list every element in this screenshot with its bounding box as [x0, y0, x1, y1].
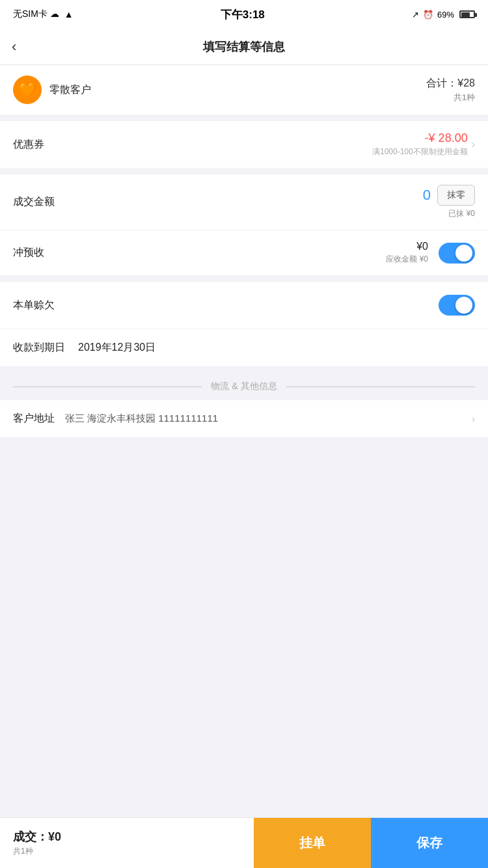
coupon-right: -¥ 28.00 满1000-100不限制使用金额 › — [372, 131, 475, 157]
address-chevron: › — [472, 413, 475, 425]
page-title: 填写结算等信息 — [203, 39, 285, 55]
debt-toggle-knob — [455, 297, 472, 314]
coupon-discount: -¥ 28.00 — [372, 131, 468, 145]
status-time: 下午3:18 — [221, 7, 265, 22]
alarm-icon: ⏰ — [423, 10, 433, 20]
nav-bar: ‹ 填写结算等信息 — [0, 29, 488, 65]
bottom-deal-amount: ¥0 — [48, 830, 61, 843]
transaction-amount[interactable]: 0 — [411, 187, 431, 204]
logistics-header: 物流 & 其他信息 — [0, 373, 488, 400]
bottom-info: 成交：¥0 共1种 — [0, 829, 254, 857]
bottom-deal-row: 成交：¥0 — [13, 829, 241, 845]
bottom-deal-label: 成交： — [13, 830, 48, 843]
precollect-toggle[interactable] — [439, 243, 475, 264]
customer-section: 🧡 零散客户 合计：¥28 共1种 — [0, 65, 488, 115]
battery-icon — [459, 10, 475, 18]
address-section[interactable]: 客户地址 张三 海淀永丰科技园 11111111111 › — [0, 400, 488, 437]
avatar-icon: 🧡 — [19, 81, 36, 98]
amount-row-right: 0 抹零 — [411, 185, 475, 206]
content: 🧡 零散客户 合计：¥28 共1种 优惠券 -¥ 28.00 满1000-100… — [0, 65, 488, 496]
coupon-desc: 满1000-100不限制使用金额 — [372, 146, 468, 157]
pending-button[interactable]: 挂单 — [254, 818, 371, 869]
status-left: 无SIM卡 ☁ ▲ — [13, 8, 74, 20]
precollect-amount: ¥0 — [386, 241, 428, 252]
divider-right — [286, 387, 475, 387]
wifi-icon: ▲ — [64, 9, 74, 20]
due-date-value: 2019年12月30日 — [78, 341, 156, 355]
coupon-section[interactable]: 优惠券 -¥ 28.00 满1000-100不限制使用金额 › — [0, 121, 488, 168]
due-date-row: 收款到期日 2019年12月30日 — [0, 329, 488, 366]
due-date-label: 收款到期日 — [13, 341, 65, 355]
total-amount: 合计：¥28 — [426, 77, 475, 90]
back-button[interactable]: ‹ — [12, 38, 16, 55]
status-right: ↗ ⏰ 69% — [412, 10, 475, 20]
toggle-knob — [455, 245, 472, 262]
already-rounded-text: 已抹 ¥0 — [448, 208, 475, 219]
no-sim-text: 无SIM卡 ☁ — [13, 8, 59, 20]
debt-label: 本单赊欠 — [13, 299, 55, 312]
bottom-bar: 成交：¥0 共1种 挂单 保存 — [0, 817, 488, 868]
transaction-right: 0 抹零 已抹 ¥0 — [411, 185, 475, 219]
precollect-amounts: ¥0 应收金额 ¥0 — [386, 241, 428, 265]
chevron-right-address-icon: › — [472, 413, 475, 425]
address-value: 张三 海淀永丰科技园 11111111111 — [65, 413, 465, 425]
coupon-row[interactable]: 优惠券 -¥ 28.00 满1000-100不限制使用金额 › — [0, 121, 488, 168]
debt-row: 本单赊欠 — [0, 282, 488, 329]
avatar: 🧡 — [13, 75, 42, 104]
transaction-label: 成交金额 — [13, 195, 59, 209]
debt-toggle[interactable] — [439, 295, 475, 316]
precollect-right: ¥0 应收金额 ¥0 — [386, 241, 475, 265]
customer-name: 零散客户 — [49, 83, 91, 97]
bottom-count: 共1种 — [13, 846, 241, 857]
chevron-right-icon: › — [472, 139, 475, 150]
save-button[interactable]: 保存 — [371, 818, 488, 869]
total-count: 共1种 — [426, 92, 475, 103]
logistics-title: 物流 & 其他信息 — [211, 381, 277, 392]
transaction-row: 成交金额 0 抹零 已抹 ¥0 — [0, 174, 488, 230]
address-label: 客户地址 — [13, 412, 59, 426]
customer-left: 🧡 零散客户 — [13, 75, 91, 104]
address-row[interactable]: 客户地址 张三 海淀永丰科技园 11111111111 › — [0, 400, 488, 437]
precollect-label: 冲预收 — [13, 246, 59, 260]
coupon-label: 优惠券 — [13, 138, 44, 152]
location-icon: ↗ — [412, 10, 419, 20]
amounts-section: 成交金额 0 抹零 已抹 ¥0 冲预收 ¥0 应收金额 ¥0 — [0, 174, 488, 275]
coupon-info: -¥ 28.00 满1000-100不限制使用金额 — [372, 131, 468, 157]
round-button[interactable]: 抹零 — [437, 185, 475, 206]
customer-row: 🧡 零散客户 合计：¥28 共1种 — [0, 65, 488, 115]
status-bar: 无SIM卡 ☁ ▲ 下午3:18 ↗ ⏰ 69% — [0, 0, 488, 29]
battery-percent: 69% — [437, 10, 454, 20]
receivable-text: 应收金额 ¥0 — [386, 254, 428, 265]
debt-section: 本单赊欠 收款到期日 2019年12月30日 — [0, 282, 488, 366]
customer-total: 合计：¥28 共1种 — [426, 77, 475, 103]
divider-left — [13, 387, 202, 387]
precollect-row: 冲预收 ¥0 应收金额 ¥0 — [0, 230, 488, 275]
